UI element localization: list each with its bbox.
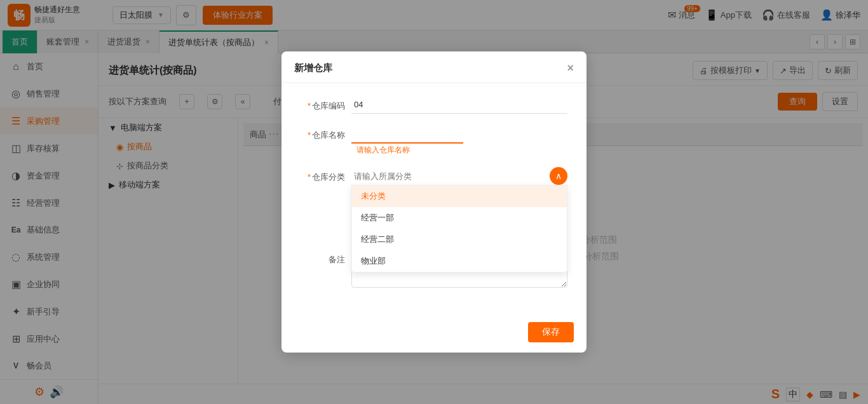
form-row-category: *仓库分类 ∧ 未分类 经营一部 经营二部 物业部	[301, 167, 567, 186]
dropdown-item-uncategorized[interactable]: 未分类	[352, 185, 567, 207]
category-toggle-button[interactable]: ∧	[550, 167, 567, 185]
modal-title: 新增仓库	[294, 62, 332, 74]
remark-label: 备注	[301, 250, 351, 266]
form-row-code: *仓库编码	[301, 96, 567, 114]
category-label: *仓库分类	[301, 167, 351, 183]
modal-footer: 保存	[281, 314, 587, 353]
modal-header: 新增仓库 ×	[281, 51, 587, 83]
form-row-name: *仓库名称 请输入仓库名称	[301, 125, 567, 156]
new-warehouse-modal: 新增仓库 × *仓库编码 *仓库名称	[281, 51, 587, 353]
modal-overlay: 新增仓库 × *仓库编码 *仓库名称	[0, 0, 868, 404]
warehouse-code-input[interactable]	[351, 96, 567, 114]
dropdown-item-dept2[interactable]: 经营二部	[352, 229, 567, 250]
name-label: *仓库名称	[301, 125, 351, 141]
name-error-message: 请输入仓库名称	[356, 145, 410, 156]
warehouse-name-input[interactable]	[351, 125, 463, 144]
modal-close-button[interactable]: ×	[567, 62, 574, 75]
category-select-wrap: ∧ 未分类 经营一部 经营二部 物业部	[351, 167, 567, 186]
modal-body: *仓库编码 *仓库名称 请输入仓库名称 *仓库分类	[281, 83, 587, 314]
code-label: *仓库编码	[301, 96, 351, 112]
dropdown-item-property[interactable]: 物业部	[352, 250, 567, 272]
category-input[interactable]	[351, 168, 550, 185]
save-button[interactable]: 保存	[528, 322, 574, 342]
dropdown-item-dept1[interactable]: 经营一部	[352, 207, 567, 229]
name-input-wrap	[351, 125, 463, 144]
category-dropdown-list: 未分类 经营一部 经营二部 物业部	[351, 185, 567, 273]
